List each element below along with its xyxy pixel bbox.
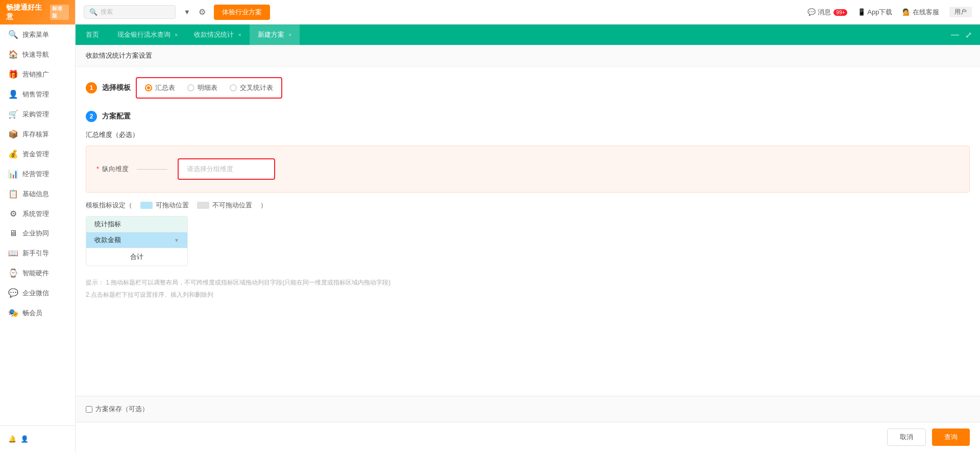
radio-detail-label: 明细表 [198, 83, 217, 92]
sidebar-icon-sales: 👤 [8, 89, 18, 99]
message-badge: 99+ [834, 9, 847, 16]
radio-detail-dot [187, 84, 194, 91]
logo-badge: 标准版 [50, 5, 69, 20]
metrics-column-header[interactable]: 收款金额 ▼ [86, 232, 187, 248]
dimension-select[interactable]: 请选择分组维度 [178, 158, 275, 180]
sidebar-label-system: 系统管理 [22, 209, 49, 219]
sidebar-item-quick-nav[interactable]: 🏠快速导航 [0, 44, 75, 64]
query-button[interactable]: 查询 [932, 429, 970, 446]
tab-receipt-stats-close[interactable]: × [238, 32, 241, 38]
sidebar-label-sales: 销售管理 [22, 90, 49, 99]
sidebar-label-inventory: 库存核算 [22, 130, 49, 139]
tips-section: 提示： 1.拖动标题栏可以调整布局，不可跨维度或指标区域拖动列目字段(只能在同一… [86, 276, 970, 301]
sidebar-item-marketing[interactable]: 🎁营销推广 [0, 64, 75, 84]
sidebar-item-smart-hardware[interactable]: ⌚智能硬件 [0, 263, 75, 283]
metrics-grid: 统计指标 收款金额 ▼ 合计 [86, 216, 188, 266]
sidebar-item-operation[interactable]: 📊经营管理 [0, 164, 75, 184]
sidebar-item-system[interactable]: ⚙系统管理 [0, 204, 75, 224]
maximize-icon[interactable]: ⤢ [965, 30, 972, 40]
sidebar-logo: 畅捷通好生意 标准版 [0, 0, 75, 25]
sidebar-item-search-menu[interactable]: 🔍搜索菜单 [0, 25, 75, 44]
radio-summary-dot [145, 84, 152, 91]
search-box[interactable]: 🔍 搜索 [84, 5, 176, 19]
sidebar-label-marketing: 营销推广 [22, 70, 49, 79]
sidebar-label-finance: 资金管理 [22, 150, 49, 159]
sidebar-label-operation: 经营管理 [22, 170, 49, 179]
column-label: 收款金额 [94, 235, 121, 245]
metrics-section: 模板指标设定（ 可拖动位置 不可拖动位置 ） [86, 201, 970, 266]
sidebar-label-guide: 新手引导 [22, 249, 49, 258]
message-link[interactable]: 💬 消息 99+ [807, 8, 847, 17]
radio-cross[interactable]: 交叉统计表 [230, 83, 273, 92]
legend-draggable: 可拖动位置 [140, 201, 189, 210]
sidebar-label-basic-info: 基础信息 [22, 189, 49, 199]
step1-circle: 1 [86, 82, 97, 93]
sidebar-icon-purchase: 🛒 [8, 109, 18, 119]
tabs-window-controls: — ⤢ [951, 30, 980, 40]
legend-close: ） [260, 201, 267, 210]
message-label: 消息 [818, 8, 831, 16]
sidebar-item-basic-info[interactable]: 📋基础信息 [0, 184, 75, 204]
sidebar-bottom-icons[interactable]: 🔔 👤 [0, 430, 75, 448]
tab-bar: 首页 现金银行流水查询 × 收款情况统计 × 新建方案 × — ⤢ [76, 25, 980, 45]
sidebar-item-sales[interactable]: 👤销售管理 [0, 84, 75, 104]
sidebar-icon-search-menu: 🔍 [8, 30, 18, 39]
config-section: 汇总维度（必选） * 纵向维度 请选择分组维度 [86, 130, 970, 301]
sidebar-icon-member: 🎭 [8, 308, 18, 318]
gear-icon[interactable]: ⚙ [199, 7, 206, 17]
tab-receipt-stats-label: 收款情况统计 [194, 30, 234, 39]
sidebar-icon-inventory: 📦 [8, 129, 18, 139]
sidebar-item-enterprise-wechat[interactable]: 💬企业微信 [0, 283, 75, 303]
sidebar-icon-operation: 📊 [8, 169, 18, 179]
draggable-box [140, 202, 153, 209]
online-service-link[interactable]: 💁 在线客服 [902, 8, 939, 17]
topbar-dropdown[interactable]: ▼ [184, 8, 190, 16]
sidebar-item-enterprise[interactable]: 🖥企业协同 [0, 224, 75, 243]
sidebar-icon-marketing: 🎁 [8, 69, 18, 79]
sidebar-item-member[interactable]: 🎭畅会员 [0, 303, 75, 323]
sidebar-label-member: 畅会员 [22, 308, 42, 318]
tab-new-plan-label: 新建方案 [258, 30, 284, 39]
topbar-right: 💬 消息 99+ 📱 App下载 💁 在线客服 用户 [807, 7, 972, 17]
minimize-icon[interactable]: — [951, 30, 959, 39]
metrics-grid-header: 统计指标 [86, 217, 187, 232]
sidebar-icon-finance: 💰 [8, 149, 18, 159]
sidebar-label-enterprise: 企业协同 [22, 229, 49, 238]
tab-home[interactable]: 首页 [76, 25, 109, 45]
tab-receipt-stats[interactable]: 收款情况统计 × [186, 25, 249, 45]
search-placeholder: 搜索 [101, 8, 113, 16]
save-plan-checkbox[interactable]: 方案保存（可选） [86, 405, 149, 414]
user-info[interactable]: 用户 [949, 7, 972, 17]
non-draggable-box [197, 202, 209, 209]
tab-bank-flow[interactable]: 现金银行流水查询 × [109, 25, 186, 45]
dimension-placeholder: 请选择分组维度 [187, 165, 233, 173]
page-content: 收款情况统计方案设置 1 选择模板 汇总表 [76, 45, 980, 422]
sidebar-label-enterprise-wechat: 企业微信 [22, 289, 49, 298]
tab-new-plan-close[interactable]: × [288, 32, 291, 38]
tip-2: 2.点击标题栏下拉可设置排序、插入列和删除列 [86, 289, 970, 301]
sidebar-item-finance[interactable]: 💰资金管理 [0, 144, 75, 164]
sidebar-item-purchase[interactable]: 🛒采购管理 [0, 104, 75, 124]
stats-indicator-label: 统计指标 [94, 220, 121, 229]
content-area: 收款情况统计方案设置 1 选择模板 汇总表 [76, 45, 980, 422]
row-label: 合计 [130, 253, 143, 260]
sidebar-item-guide[interactable]: 📖新手引导 [0, 243, 75, 263]
industry-btn[interactable]: 体验行业方案 [214, 5, 270, 20]
cancel-button[interactable]: 取消 [887, 429, 926, 446]
form-body: 1 选择模板 汇总表 明细表 [76, 67, 980, 396]
tab-bank-flow-close[interactable]: × [175, 32, 178, 38]
sidebar-icon-smart-hardware: ⌚ [8, 268, 18, 278]
tab-new-plan[interactable]: 新建方案 × [250, 25, 300, 45]
save-checkbox-input[interactable] [86, 406, 92, 413]
radio-cross-label: 交叉统计表 [240, 83, 273, 92]
app-download-link[interactable]: 📱 App下载 [857, 8, 892, 17]
draggable-label: 可拖动位置 [156, 201, 189, 210]
sidebar-items: 🔍搜索菜单🏠快速导航🎁营销推广👤销售管理🛒采购管理📦库存核算💰资金管理📊经营管理… [0, 25, 75, 323]
radio-summary[interactable]: 汇总表 [145, 83, 175, 92]
sidebar: 畅捷通好生意 标准版 🔍搜索菜单🏠快速导航🎁营销推广👤销售管理🛒采购管理📦库存核… [0, 0, 76, 452]
required-star: * [96, 165, 99, 173]
step2-title: 方案配置 [102, 112, 131, 121]
radio-detail[interactable]: 明细表 [187, 83, 217, 92]
sidebar-label-smart-hardware: 智能硬件 [22, 269, 49, 278]
sidebar-item-inventory[interactable]: 📦库存核算 [0, 124, 75, 144]
